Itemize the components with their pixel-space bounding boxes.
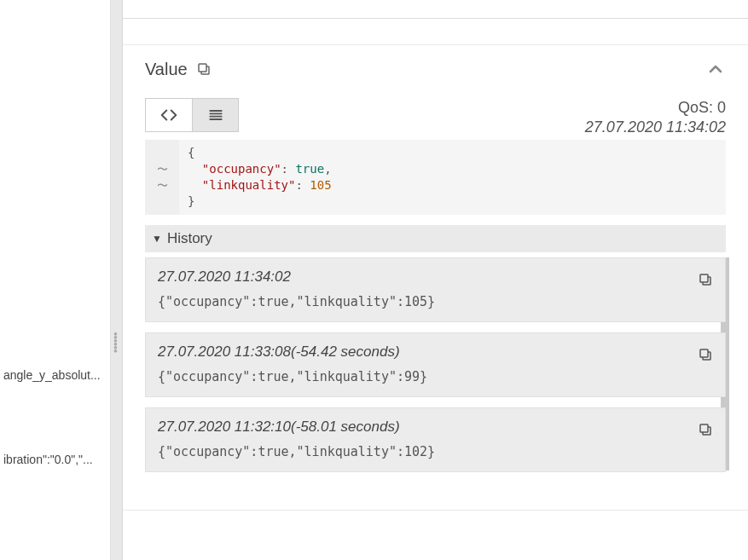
line-chart-icon[interactable]: 〜 [145,161,179,177]
history-item: 27.07.2020 11:32:10(-58.01 seconds) {"oc… [145,407,726,472]
history-list: 27.07.2020 11:34:02 {"occupancy":true,"l… [145,257,726,491]
copy-icon[interactable] [196,61,212,77]
history-item-timestamp: 27.07.2020 11:34:02 [158,268,713,286]
history-toggle[interactable]: ▼ History [145,225,726,252]
caret-down-icon: ▼ [152,233,162,245]
value-panel: Value [123,44,748,518]
copy-icon[interactable] [698,422,713,437]
history-item: 27.07.2020 11:33:08(-54.42 seconds) {"oc… [145,332,726,397]
chevron-up-icon[interactable] [705,59,726,79]
sidebar-item[interactable]: ibration":"0.0","... [0,449,110,470]
value-timestamp: 27.07.2020 11:34:02 [585,118,726,137]
history-item-timestamp: 27.07.2020 11:33:08(-54.42 seconds) [158,344,713,361]
svg-rect-7 [700,274,708,282]
sidebar-item[interactable]: angle_y_absolut... [0,365,110,385]
history-item-timestamp: 27.07.2020 11:32:10(-58.01 seconds) [158,419,713,436]
code-body: { "occupancy": true, "linkquality": 105 … [179,140,340,215]
value-panel-header: Value [123,45,748,88]
history-item-payload: {"occupancy":true,"linkquality":99} [158,369,713,384]
value-panel-title: Value [145,60,188,79]
svg-rect-11 [700,424,708,432]
sidebar: angle_y_absolut... ibration":"0.0","... [0,0,111,560]
copy-icon[interactable] [698,347,713,362]
line-chart-icon[interactable]: 〜 [145,177,179,193]
svg-rect-9 [700,349,708,357]
code-gutter: 〜 〜 [145,140,179,215]
raw-view-button[interactable] [146,99,192,131]
view-mode-toggle [145,98,239,132]
value-meta: QoS: 0 27.07.2020 11:34:02 [585,98,726,136]
main-panel: Value [123,0,748,560]
history-item-payload: {"occupancy":true,"linkquality":105} [158,294,713,309]
copy-icon[interactable] [698,272,713,287]
history-label: History [167,230,212,247]
history-item: 27.07.2020 11:34:02 {"occupancy":true,"l… [145,257,726,322]
json-payload: 〜 〜 { "occupancy": true, "linkquality": … [145,140,726,215]
svg-rect-1 [199,64,206,72]
grip-dots-icon: ● ●● ●● ● [113,332,122,353]
bottom-divider [123,510,748,518]
formatted-view-button[interactable] [192,99,238,131]
qos-label: QoS: 0 [585,98,726,118]
top-divider [123,0,748,19]
history-item-payload: {"occupancy":true,"linkquality":102} [158,444,713,459]
pane-resize-handle[interactable]: ● ●● ●● ● [111,0,123,560]
